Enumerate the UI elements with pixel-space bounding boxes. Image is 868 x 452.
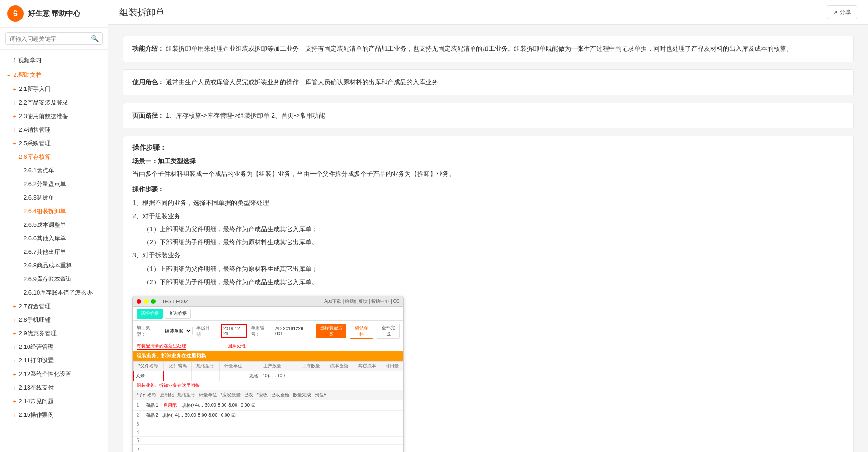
table-row: 6 — [133, 445, 403, 452]
nav-leaf-265[interactable]: 2.6.5成本调整单 — [5, 218, 108, 232]
plus-icon-22: + — [13, 100, 16, 106]
step-2: 2、对于组装业务 — [132, 209, 844, 223]
page-title: 组装拆卸单 — [119, 6, 165, 19]
steps-list: 1、根据不同的业务，选择不同单据的类型来处理 2、对于组装业务 （1）上部明细为… — [132, 196, 844, 289]
nav-item-21[interactable]: + 2.1新手入门 — [5, 82, 108, 96]
nav-item-24[interactable]: + 2.4销售管理 — [5, 123, 108, 137]
nav-item-214[interactable]: + 2.14常见问题 — [5, 395, 108, 408]
nav-item-215[interactable]: + 2.15操作案例 — [5, 408, 108, 422]
plus-icon-29: + — [13, 330, 16, 337]
step-1: 1、根据不同的业务，选择不同单据的类型来处理 — [132, 196, 844, 209]
mock-section-header: 组装业务、拆卸业务在这里切换 — [133, 351, 403, 361]
mock-toolbar-id: TEST-H002 — [162, 299, 188, 304]
step-3: 3、对于拆装业务 — [132, 249, 844, 262]
plus-icon-212: + — [13, 371, 16, 378]
nav-leaf-262[interactable]: 2.6.2分量盘点单 — [5, 177, 108, 191]
nav-leaf-261[interactable]: 2.6.1盘点单 — [5, 164, 108, 177]
plus-icon-213: + — [13, 385, 16, 391]
nav-leaf-266[interactable]: 2.6.6其他入库单 — [5, 232, 108, 245]
mock-form-row: 加工类型： 组装单据 拆卸单据 单据日期： 2019-12-26 单据编号： A… — [133, 321, 403, 342]
share-icon: ↗ — [833, 9, 838, 16]
scene1-title: 场景一：加工类型选择 — [132, 157, 844, 166]
plus-icon-28: + — [13, 317, 16, 324]
intro-label: 功能介绍： — [132, 45, 164, 52]
search-area: 🔍 — [0, 28, 108, 50]
mock-bottom-table: 1 商品 1 启用配 規格(+4)... 30.00 8.00 8.00 0.0… — [133, 400, 403, 452]
plus-icon-211: + — [13, 357, 16, 364]
mock-process-type[interactable]: 组装单据 拆卸单据 — [161, 327, 193, 335]
plus-icon-27: + — [13, 303, 16, 310]
ann-text-1: 有装配清单的在这里处理 — [137, 343, 186, 350]
role-card: 使用角色： 通常由生产人员或库管人员完成拆装业务的操作，库管人员确认原材料的出库… — [123, 69, 854, 95]
mock-select-plan-btn[interactable]: 选择装配方案 — [316, 324, 346, 338]
content-area: 功能介绍： 组装拆卸单用来处理企业组装或拆卸等加工业务，支持有固定装配清单的产品… — [108, 25, 868, 452]
logo-area: 6 好生意 帮助中心 — [0, 0, 108, 28]
nav-group-docs-title[interactable]: − 2.帮助文档 — [0, 68, 108, 82]
nav-leaf-269[interactable]: 2.6.9库存账本查询 — [5, 272, 108, 286]
nav-leaf-267[interactable]: 2.6.7其他出库单 — [5, 245, 108, 259]
highlight-span: 启用配 — [162, 402, 178, 409]
ann-text-3: 启用处理 — [228, 343, 246, 350]
mock-top-table: *父件名称 父件编码 规格型号 计量单位 生产数量 工序数量 成本金额 其它成本… — [133, 361, 403, 381]
role-label: 使用角色： — [132, 78, 164, 86]
nav-item-29[interactable]: + 2.9优惠券管理 — [5, 327, 108, 340]
plus-icon-25: + — [13, 140, 16, 147]
path-text: 1、库存核算->库存管理->组装拆卸单 2、首页->常用功能 — [166, 112, 325, 119]
nav-item-25[interactable]: + 2.5采购管理 — [5, 137, 108, 150]
share-button[interactable]: ↗ 分享 — [827, 5, 857, 19]
search-box[interactable]: 🔍 — [5, 32, 103, 45]
table-row: 4 — [133, 428, 403, 437]
nav-item-212[interactable]: + 2.12系统个性化设置 — [5, 367, 108, 381]
nav-item-26[interactable]: − 2.6库存核算 — [5, 150, 108, 164]
nav-item-28[interactable]: + 2.8手机旺辅 — [5, 313, 108, 327]
ops-steps-title: 操作步骤： — [132, 186, 844, 194]
mock-bottom-table-header: *子件名称 启用配 规格型号 计量单位 *应发数量 已发 *应收 已收金额 数量… — [133, 390, 403, 400]
ann-text-2: 组装业务、拆卸业务在这里切换 — [137, 383, 200, 388]
step-3-2: （2）下部明细为子件明细，最终作为产成品生成其它入库单。 — [132, 276, 844, 289]
step-2-1: （1）上部明细为父件明细，最终作为产成品生成其它入库单； — [132, 223, 844, 236]
plus-icon-210: + — [13, 344, 16, 351]
annotations-row: 有装配清单的在这里处理 启用处理 — [133, 342, 403, 351]
nav-leaf-2610[interactable]: 2.6.10库存账本错了怎么办 — [5, 286, 108, 300]
nav-item-213[interactable]: + 2.13在线支付 — [5, 381, 108, 395]
mock-order-no: AD-20191226-001 — [275, 326, 309, 336]
step-2-2: （2）下部明细为子件明细，最终作为原材料生成其它出库单。 — [132, 236, 844, 249]
ann-row2: 组装业务、拆卸业务在这里切换 — [133, 381, 403, 390]
mock-section-label: 组装业务、拆卸业务在这里切换 — [137, 353, 206, 358]
topbar: 组装拆卸单 ↗ 分享 — [108, 0, 868, 25]
plus-icon-21: + — [13, 86, 16, 93]
nav-group-videos-title[interactable]: + 1.视频学习 — [0, 53, 108, 68]
plus-icon-24: + — [13, 127, 16, 133]
logo-icon: 6 — [7, 5, 24, 22]
ops-section: 操作步骤： 场景一：加工类型选择 当由多个子件材料组装成一个成品的业务为【组装】… — [123, 136, 854, 452]
nav-item-22[interactable]: + 2.2产品安装及登录 — [5, 96, 108, 109]
step-3-1: （1）上部明细为父件明细，最终作为原材料生成其它出库单； — [132, 262, 844, 276]
search-icon[interactable]: 🔍 — [91, 35, 99, 42]
nav-item-23[interactable]: + 2.3使用前数据准备 — [5, 109, 108, 123]
scene1-desc: 当由多个子件材料组装成一个成品的业务为【组装】业务，当由一个父件拆分成多个子产品… — [132, 168, 844, 180]
mock-tab-new[interactable]: 新增单据 — [137, 309, 163, 319]
mock-toolbar: 新增单据 查询单据 — [133, 307, 403, 321]
screenshot-area: TEST-H002 App下载 | 给我们反馈 | 帮助中心 | CC 新增单据… — [132, 296, 844, 452]
plus-icon-214: + — [13, 398, 16, 405]
table-row: 1 商品 1 启用配 規格(+4)... 30.00 8.00 8.00 0.0… — [133, 400, 403, 411]
minus-icon-26: − — [13, 154, 16, 161]
nav-leaf-268[interactable]: 2.6.8商品成本重算 — [5, 259, 108, 272]
table-row: 关米 规格(+10)...→100 — [133, 371, 403, 381]
nav-item-27[interactable]: + 2.7资金管理 — [5, 300, 108, 313]
table-row: 5 — [133, 437, 403, 445]
nav-leaf-264[interactable]: 2.6.4组装拆卸单 — [5, 205, 108, 218]
mock-save-btn[interactable]: 全部完成 — [377, 324, 400, 339]
mock-tab-query[interactable]: 查询单据 — [165, 309, 191, 319]
nav-tree: + 1.视频学习 − 2.帮助文档 + 2.1新手入门 + 2.2产品安装及登录 — [0, 50, 108, 452]
nav-group-docs: − 2.帮助文档 + 2.1新手入门 + 2.2产品安装及登录 + 2.3使用前… — [0, 68, 108, 422]
nav-item-210[interactable]: + 2.10经营管理 — [5, 340, 108, 354]
search-input[interactable] — [9, 35, 91, 42]
nav-item-211[interactable]: + 2.11打印设置 — [5, 354, 108, 367]
sidebar: 6 好生意 帮助中心 🔍 + 1.视频学习 − 2.帮助文档 — [0, 0, 108, 452]
path-card: 页面路径： 1、库存核算->库存管理->组装拆卸单 2、首页->常用功能 — [123, 103, 854, 129]
mock-confirm-btn[interactable]: 确认领料 — [350, 324, 373, 339]
mock-app: TEST-H002 App下载 | 给我们反馈 | 帮助中心 | CC 新增单据… — [132, 296, 404, 452]
collapse-icon: − — [7, 72, 11, 79]
nav-leaf-263[interactable]: 2.6.3调拨单 — [5, 191, 108, 205]
